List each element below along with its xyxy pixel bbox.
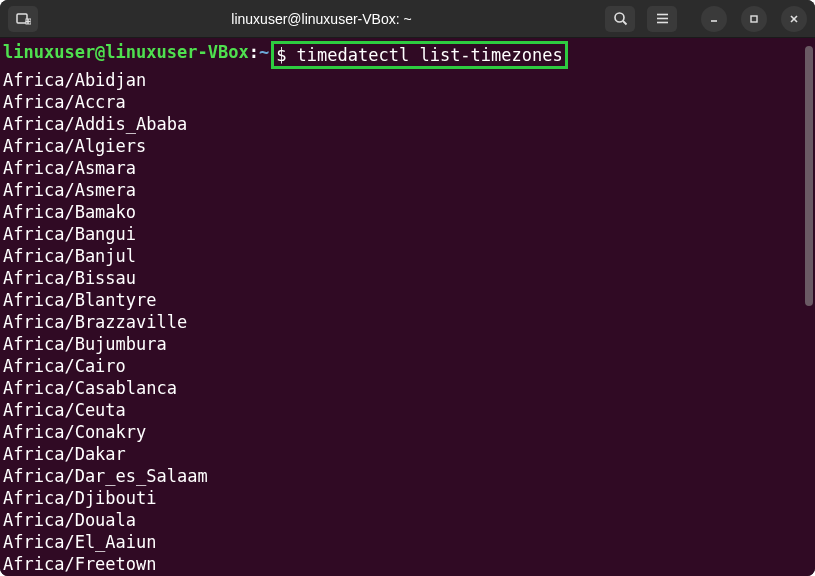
output-line: Africa/Cairo: [3, 355, 812, 377]
output-line: Africa/Bissau: [3, 267, 812, 289]
command-text: $ timedatectl list-timezones: [276, 44, 563, 66]
prompt-colon: :: [249, 41, 259, 69]
output-line: Africa/Algiers: [3, 135, 812, 157]
prompt-line: linuxuser@linuxuser-VBox:~ $ timedatectl…: [3, 41, 812, 69]
search-button[interactable]: [605, 6, 635, 32]
output-line: Africa/Conakry: [3, 421, 812, 443]
svg-point-4: [615, 13, 624, 22]
close-button[interactable]: [781, 6, 807, 32]
titlebar: linuxuser@linuxuser-VBox: ~: [0, 0, 815, 38]
output-line: Africa/Blantyre: [3, 289, 812, 311]
terminal-window: linuxuser@linuxuser-VBox: ~: [0, 0, 815, 576]
new-tab-icon: [15, 11, 31, 27]
scrollbar[interactable]: [805, 46, 813, 306]
output-line: Africa/Freetown: [3, 553, 812, 575]
output-line: Africa/Brazzaville: [3, 311, 812, 333]
maximize-icon: [748, 13, 760, 25]
svg-rect-10: [751, 16, 757, 22]
titlebar-right: [605, 6, 807, 32]
search-icon: [613, 11, 628, 26]
output-line: Africa/Abidjan: [3, 69, 812, 91]
titlebar-left: [8, 6, 38, 32]
output-line: Africa/Dar_es_Salaam: [3, 465, 812, 487]
window-controls: [701, 6, 807, 32]
output-line: Africa/Djibouti: [3, 487, 812, 509]
output-line: Africa/Douala: [3, 509, 812, 531]
close-icon: [788, 13, 800, 25]
new-tab-button[interactable]: [8, 6, 38, 32]
svg-line-5: [623, 21, 627, 25]
terminal-body[interactable]: linuxuser@linuxuser-VBox:~ $ timedatectl…: [0, 38, 815, 576]
prompt-path: ~: [259, 41, 269, 69]
output-line: Africa/Casablanca: [3, 377, 812, 399]
prompt-user: linuxuser@linuxuser-VBox: [3, 41, 249, 69]
output-line: Africa/Addis_Ababa: [3, 113, 812, 135]
output-line: Africa/El_Aaiun: [3, 531, 812, 553]
hamburger-icon: [655, 11, 670, 26]
output-line: Africa/Bamako: [3, 201, 812, 223]
output-line: Africa/Bangui: [3, 223, 812, 245]
output-line: Africa/Ceuta: [3, 399, 812, 421]
output-line: Africa/Asmera: [3, 179, 812, 201]
output-line: Africa/Banjul: [3, 245, 812, 267]
minimize-icon: [708, 13, 720, 25]
window-title: linuxuser@linuxuser-VBox: ~: [38, 11, 605, 27]
output-line: Africa/Accra: [3, 91, 812, 113]
maximize-button[interactable]: [741, 6, 767, 32]
menu-button[interactable]: [647, 6, 677, 32]
output-line: Africa/Bujumbura: [3, 333, 812, 355]
terminal-output: Africa/AbidjanAfrica/AccraAfrica/Addis_A…: [3, 69, 812, 575]
command-highlight: $ timedatectl list-timezones: [271, 41, 568, 69]
output-line: Africa/Asmara: [3, 157, 812, 179]
output-line: Africa/Dakar: [3, 443, 812, 465]
minimize-button[interactable]: [701, 6, 727, 32]
